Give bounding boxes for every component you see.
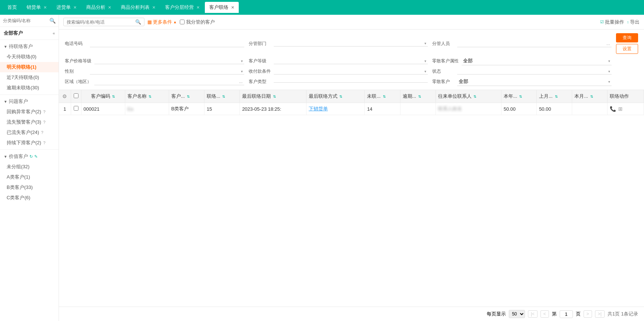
next-page-button[interactable]: >	[584, 310, 592, 318]
nav-sales-order[interactable]: 销货单 ✕	[22, 2, 51, 13]
filter-price-level-select[interactable]: ▾	[94, 58, 244, 64]
sort-tmonth-icon[interactable]: ⇅	[590, 94, 593, 99]
col-header-last-contact-date: 最后联络日期 ⇅	[240, 90, 307, 103]
sidebar-item-ungrouped[interactable]: 未分组(32)	[0, 162, 59, 172]
sort-uncontacted-icon[interactable]: ⇅	[383, 94, 386, 99]
sidebar-item-class-c[interactable]: C类客户(6)	[0, 193, 59, 203]
sort-year-icon[interactable]: ⇅	[519, 94, 522, 99]
my-customer-checkbox[interactable]	[180, 20, 185, 24]
per-page-select[interactable]: 50	[509, 310, 525, 318]
value-customers-edit-icon[interactable]: ✎	[34, 154, 38, 159]
pending-contact-group[interactable]: ▼ 待联络客户	[0, 41, 59, 52]
more-action-icon[interactable]: ⊞	[618, 106, 623, 112]
col-gear[interactable]: ⚙	[59, 90, 71, 103]
setting-button[interactable]: 设置	[616, 44, 638, 54]
query-button[interactable]: 查询	[616, 33, 638, 42]
sort-code-icon[interactable]: ⇅	[112, 94, 115, 99]
filter-phone-input[interactable]	[90, 40, 244, 47]
select-all-checkbox[interactable]	[74, 93, 78, 98]
region-ellipsis-icon[interactable]: ...	[239, 79, 243, 84]
search-bar-right: ☑ 批量操作 ↑ 导出	[600, 19, 640, 25]
filter-status: 状态 ▾	[432, 68, 612, 75]
gear-icon[interactable]: ⚙	[62, 93, 67, 99]
division-person-ellipsis-icon[interactable]: ...	[606, 41, 610, 46]
sort-date-icon[interactable]: ⇅	[273, 94, 276, 99]
page-number-input[interactable]	[560, 310, 573, 318]
sidebar-item-tomorrow-contact[interactable]: 明天待联络(1)	[0, 62, 59, 72]
problem-customers-group[interactable]: ▼ 问题客户	[0, 96, 59, 107]
pending-contact-arrow: ▼	[4, 45, 7, 49]
sidebar-search-input[interactable]	[3, 18, 49, 23]
filter-division-person-select[interactable]: ...	[457, 40, 612, 47]
sidebar-item-declining[interactable]: 持续下滑客户(2) ?	[0, 138, 59, 148]
sidebar-item-class-a[interactable]: A类客户(1)	[0, 172, 59, 182]
pagination: 每页显示 50 |< < 第 页 > >| 共1页 1条记录	[59, 307, 644, 321]
prev-page-button[interactable]: <	[540, 310, 549, 318]
close-sales-order-icon[interactable]: ✕	[43, 5, 47, 10]
nav-product-analysis-list[interactable]: 商品分析列表 ✕	[116, 2, 160, 13]
search-icon[interactable]: 🔍	[135, 19, 141, 25]
cell-this-year: 50.00	[501, 103, 536, 115]
col-header-name: 客户名称 ⇅	[125, 90, 169, 103]
sort-method-icon[interactable]: ⇅	[339, 94, 342, 99]
row-checkbox[interactable]	[74, 106, 78, 111]
first-page-button[interactable]: |<	[528, 310, 538, 318]
filter-customer-level-select[interactable]: ▾	[274, 58, 428, 64]
payment-arrow-icon: ▾	[424, 69, 426, 73]
action-icons: 📞 ⊞	[610, 106, 641, 112]
gender-arrow-icon: ▾	[241, 69, 243, 73]
my-customer-checkbox-wrap: 我分管的客户	[180, 19, 215, 25]
close-product-analysis-list-icon[interactable]: ✕	[152, 5, 155, 10]
close-customer-contact-icon[interactable]: ✕	[231, 5, 234, 10]
filter-arrow-up-icon: ▲	[173, 20, 177, 24]
sort-lmonth-icon[interactable]: ⇅	[555, 94, 558, 99]
filter-gender-select[interactable]: ▾	[90, 69, 244, 75]
nav-purchase-order[interactable]: 进货单 ✕	[52, 2, 81, 13]
sidebar-item-class-b[interactable]: B类客户(33)	[0, 182, 59, 193]
close-product-analysis-icon[interactable]: ✕	[108, 5, 111, 10]
filter-retail-attr-select[interactable]: 全部 ▾	[462, 57, 612, 65]
sort-unit-icon[interactable]: ⇅	[473, 94, 476, 99]
col-header-code: 客户编码 ⇅	[81, 90, 125, 103]
status-arrow-icon: ▾	[608, 69, 610, 73]
sidebar-divider-2	[0, 94, 59, 95]
sidebar-search-icon[interactable]: 🔍	[49, 18, 56, 24]
last-contact-method-link[interactable]: 下销货单	[309, 106, 328, 111]
sidebar-item-7day-contact[interactable]: 近7天待联络(0)	[0, 72, 59, 83]
close-customer-stratification-icon[interactable]: ✕	[196, 5, 200, 10]
search-input[interactable]	[67, 20, 135, 25]
filter-action-col: 查询 设置	[616, 33, 638, 54]
nav-product-analysis[interactable]: 商品分析 ✕	[82, 2, 116, 13]
filter-retail-attr: 零散客户属性 全部 ▾	[432, 57, 612, 65]
sidebar-item-churn-warning[interactable]: 流失预警客户(3) ?	[0, 117, 59, 127]
filter-payment-select[interactable]: ▾	[274, 69, 428, 75]
sort-contact-icon[interactable]: ⇅	[222, 94, 225, 99]
sidebar-item-repurchase-abnormal[interactable]: 回购异常客户(2) ?	[0, 107, 59, 117]
filter-customer-type-select[interactable]	[274, 81, 428, 83]
more-filter-button[interactable]: ▦ 更多条件 ▲	[147, 19, 177, 25]
filter-region-select[interactable]: ...	[94, 78, 244, 85]
nav-customer-stratification[interactable]: 客户分层经营 ✕	[161, 2, 204, 13]
all-customers-header[interactable]: 全部客户 «	[0, 27, 59, 38]
sort-name-icon[interactable]: ⇅	[148, 94, 151, 99]
col-header-last-contact-method: 最后联络方式 ⇅	[306, 90, 365, 103]
filter-retail-customer-select[interactable]: 全部 ▾	[457, 77, 612, 86]
value-customers-refresh-icon[interactable]: ↻	[29, 154, 33, 159]
filter-status-select[interactable]: ▾	[457, 69, 612, 75]
nav-home[interactable]: 首页	[3, 2, 21, 13]
division-dept-arrow-icon: ▾	[424, 41, 426, 45]
sort-overdue-icon[interactable]: ⇅	[418, 94, 421, 99]
close-purchase-order-icon[interactable]: ✕	[73, 5, 77, 10]
value-customers-group[interactable]: ▼ 价值客户 ↻ ✎	[0, 151, 59, 162]
sidebar-item-churned[interactable]: 已流失客户(24) ?	[0, 127, 59, 138]
call-action-icon[interactable]: 📞	[610, 106, 616, 112]
sidebar-item-overdue-contact[interactable]: 逾期未联络(30)	[0, 83, 59, 93]
sort-ctype-icon[interactable]: ⇅	[187, 94, 190, 99]
nav-customer-contact[interactable]: 客户联络 ✕	[205, 2, 239, 13]
last-page-button[interactable]: >|	[595, 310, 605, 318]
export-button[interactable]: ↑ 导出	[627, 19, 640, 25]
batch-operation-button[interactable]: ☑ 批量操作	[600, 19, 624, 25]
filter-row-4: 区域（地区） ... 客户类型 零散客户 全部 ▾	[65, 77, 638, 86]
sidebar-item-today-contact[interactable]: 今天待联络(0)	[0, 52, 59, 62]
filter-division-dept-select[interactable]: ▾	[274, 41, 428, 46]
